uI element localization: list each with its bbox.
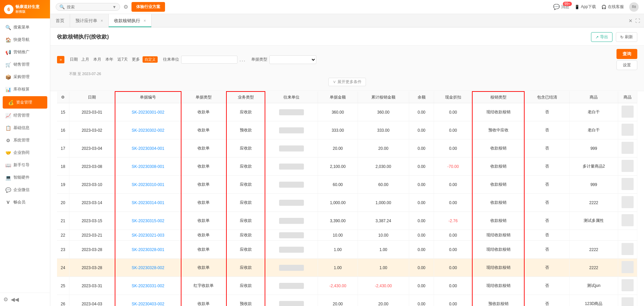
topbar-gear-icon[interactable]: ⚙ bbox=[123, 4, 128, 10]
cell-include-settled: 否 bbox=[524, 139, 569, 158]
tab-payable-close-icon[interactable]: × bbox=[101, 18, 103, 23]
cell-cum-amount: 360.00 bbox=[358, 103, 409, 121]
filter-expand-button[interactable]: » bbox=[57, 56, 64, 63]
cell-receipt-no: SK-20230403-002 bbox=[115, 295, 181, 306]
cell-verify-type: 收款核销 bbox=[472, 194, 524, 212]
filter-date-group: 日期 上月 本月 本年 近7天 更多 自定义 bbox=[70, 56, 158, 63]
tab-payable[interactable]: 预计应付单 × bbox=[70, 14, 109, 27]
sidebar-item-inventory[interactable]: 📊 库存核算 bbox=[0, 83, 50, 96]
cell-amount: 20.00 bbox=[318, 295, 358, 306]
cell-biz-type: 预收款 bbox=[226, 121, 265, 139]
receipt-no-link[interactable]: SK-20230302-002 bbox=[131, 128, 164, 133]
sidebar-item-guide[interactable]: 📖 新手引导 bbox=[0, 159, 50, 171]
date-opt-this-year[interactable]: 本年 bbox=[104, 56, 115, 63]
sidebar-item-finance[interactable]: 💰 资金管理 bbox=[3, 96, 47, 109]
topbar-search-box[interactable]: 🔍 ▼ bbox=[56, 3, 120, 11]
tab-expand-icon[interactable]: ⛶ bbox=[635, 18, 640, 23]
cell-verify-type: 收款核销 bbox=[472, 176, 524, 194]
sidebar-item-purchase[interactable]: 📦 采购管理 bbox=[0, 71, 50, 83]
date-opt-last-month[interactable]: 上月 bbox=[80, 56, 91, 63]
cell-balance: 0.00 bbox=[409, 241, 434, 259]
cell-row-num: 20 bbox=[57, 194, 69, 212]
sidebar-item-enterprise[interactable]: 🤝 企业协同 bbox=[0, 146, 50, 159]
receipt-no-link[interactable]: SK-20230315-002 bbox=[131, 219, 164, 223]
sidebar-item-system[interactable]: ⚙ 系统管理 bbox=[0, 134, 50, 146]
cell-receipt-type: 收款单 bbox=[181, 158, 226, 176]
receipt-no-link[interactable]: SK-20230310-001 bbox=[131, 182, 164, 187]
cell-goods2 bbox=[618, 241, 637, 259]
sidebar-item-operations[interactable]: 📈 经营管理 bbox=[0, 109, 50, 122]
refresh-button[interactable]: ↻ 刷新 bbox=[616, 32, 637, 42]
receipt-no-link[interactable]: SK-20230328-002 bbox=[131, 265, 164, 270]
inventory-icon: 📊 bbox=[5, 87, 11, 92]
topbar-search-input[interactable] bbox=[67, 5, 110, 9]
refresh-icon: ↻ bbox=[620, 35, 624, 40]
setting-button[interactable]: 设置 bbox=[616, 60, 637, 70]
sidebar-label-purchase: 采购管理 bbox=[13, 74, 30, 80]
tab-home[interactable]: 首页 bbox=[50, 14, 70, 27]
date-custom-button[interactable]: 自定义 bbox=[143, 56, 158, 63]
table-row: 16 2023-03-02 SK-20230302-002 收款单 预收款 ██… bbox=[57, 121, 637, 139]
notification-area[interactable]: 💬 消息 99+ bbox=[553, 4, 569, 10]
cell-amount: 2,100.00 bbox=[318, 158, 358, 176]
receipt-no-link[interactable]: SK-20230308-001 bbox=[131, 164, 164, 169]
tab-collection-close-icon[interactable]: × bbox=[144, 18, 146, 23]
cell-goods2 bbox=[618, 194, 637, 212]
date-opt-7days[interactable]: 近7天 bbox=[116, 56, 129, 63]
sidebar-item-basic-info[interactable]: 📋 基础信息 bbox=[0, 122, 50, 134]
cell-receipt-type: 收款单 bbox=[181, 295, 226, 306]
sidebar-item-search[interactable]: 🔍 搜索菜单 bbox=[0, 21, 50, 34]
expand-more-button[interactable]: ∨ 展开更多条件 bbox=[328, 78, 366, 86]
topbar-right: 💬 消息 99+ 📱 App下载 🎧 在线客服 Rit bbox=[553, 2, 639, 12]
sidebar-item-sales[interactable]: 🛒 销售管理 bbox=[0, 58, 50, 71]
receipt-no-link[interactable]: SK-20230301-002 bbox=[131, 110, 164, 115]
solution-button[interactable]: 体验行业方案 bbox=[131, 2, 165, 12]
receipt-no-link[interactable]: SK-20230403-002 bbox=[131, 302, 164, 306]
cell-receipt-no: SK-20230331-002 bbox=[115, 277, 181, 295]
receipt-no-link[interactable]: SK-20230321-003 bbox=[131, 233, 164, 238]
cell-biz-type: 应收款 bbox=[226, 158, 265, 176]
sidebar-item-hardware[interactable]: 💻 智能硬件 bbox=[0, 171, 50, 184]
th-cum-amount: 累计核销金额 bbox=[358, 91, 409, 103]
cell-goods bbox=[570, 230, 618, 241]
export-button[interactable]: ↗ 导出 bbox=[591, 32, 612, 42]
filter-expand-row: ∨ 展开更多条件 bbox=[57, 76, 637, 87]
receipt-no-link[interactable]: SK-20230328-001 bbox=[131, 247, 164, 252]
online-service-area[interactable]: 🎧 在线客服 bbox=[601, 4, 624, 10]
home-icon: 🏠 bbox=[5, 37, 11, 43]
settings-bottom-icon[interactable]: ⚙ bbox=[3, 296, 8, 303]
receipt-type-select[interactable] bbox=[269, 55, 316, 64]
cell-include-settled: 否 bbox=[524, 103, 569, 121]
tab-close-all-icon[interactable]: ✕ bbox=[629, 18, 633, 23]
app-download-area[interactable]: 📱 App下载 bbox=[575, 4, 596, 10]
th-settings[interactable]: ⚙ bbox=[57, 91, 69, 103]
query-button[interactable]: 查询 bbox=[616, 49, 637, 59]
receipt-no-link[interactable]: SK-20230314-001 bbox=[131, 200, 164, 205]
receipt-no-link[interactable]: SK-20230331-002 bbox=[131, 284, 164, 288]
cell-cum-amount: 1,000.00 bbox=[358, 194, 409, 212]
user-avatar[interactable]: Rit bbox=[629, 2, 639, 12]
th-goods: 商品 bbox=[570, 91, 618, 103]
partner-input[interactable] bbox=[181, 56, 237, 64]
sidebar-item-marketing[interactable]: 📢 营销推广 bbox=[0, 46, 50, 58]
cell-verify-type: 预收中应收 bbox=[472, 121, 524, 139]
cell-date: 2023-03-01 bbox=[69, 103, 115, 121]
topbar-chevron-icon[interactable]: ▼ bbox=[112, 5, 116, 9]
collapse-icon[interactable]: ◀◀ bbox=[11, 296, 19, 303]
sidebar-label-wechat: 企业微信 bbox=[13, 187, 30, 193]
mobile-icon: 📱 bbox=[575, 5, 580, 9]
sidebar-item-member[interactable]: V 畅会员 bbox=[0, 196, 50, 208]
sidebar-item-wechat[interactable]: 💬 企业微信 bbox=[0, 184, 50, 196]
main-content: 🔍 ▼ ⚙ 体验行业方案 💬 消息 99+ 📱 App下载 🎧 在线客服 bbox=[50, 0, 644, 306]
sidebar-item-quick-nav[interactable]: 🏠 快捷导航 bbox=[0, 34, 50, 46]
receipt-no-link[interactable]: SK-20230304-001 bbox=[131, 146, 164, 151]
tab-collection[interactable]: 收款核销执行 × bbox=[109, 14, 152, 27]
cell-cum-amount: 2,030.00 bbox=[358, 158, 409, 176]
date-opt-this-month[interactable]: 本月 bbox=[92, 56, 103, 63]
partner-dots[interactable]: ... bbox=[239, 57, 246, 63]
date-opt-more[interactable]: 更多 bbox=[130, 56, 141, 63]
sidebar-label-system: 系统管理 bbox=[13, 137, 30, 143]
page-title: 收款核销执行(按收款) bbox=[57, 34, 109, 41]
cell-goods2 bbox=[618, 230, 637, 241]
cell-amount: 10.00 bbox=[318, 230, 358, 241]
